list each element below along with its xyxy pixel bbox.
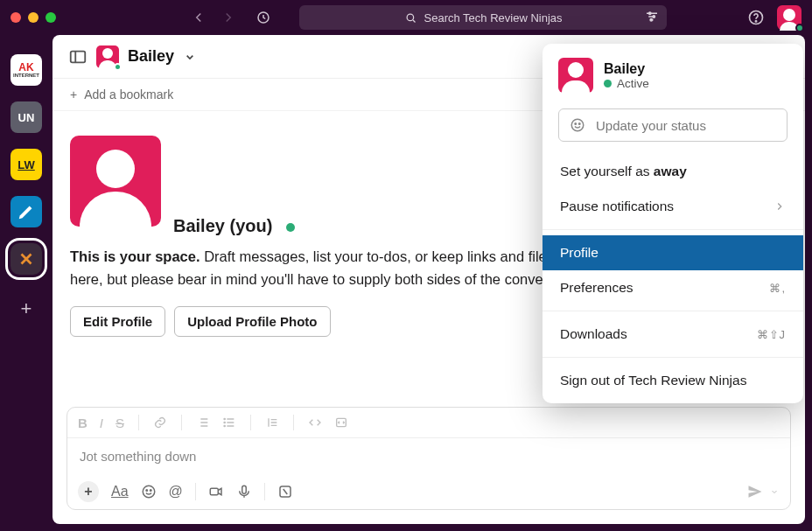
edit-profile-button[interactable]: Edit Profile (70, 306, 165, 337)
format-toolbar: B I S (67, 408, 790, 438)
format-toggle-icon[interactable]: Aa (111, 484, 129, 500)
svg-rect-7 (71, 51, 86, 62)
user-menu-presence: Active (604, 77, 649, 90)
svg-point-8 (224, 418, 225, 419)
svg-point-12 (143, 486, 155, 498)
upload-photo-button[interactable]: Upload Profile Photo (174, 306, 330, 337)
workspace-tile-active[interactable] (10, 243, 42, 275)
nav-forward-icon[interactable] (220, 10, 236, 25)
preferences-shortcut: ⌘, (769, 282, 786, 295)
presence-dot-icon (795, 24, 804, 32)
workspace-rail: AKINTERNET UN LW + (0, 35, 52, 531)
downloads-shortcut: ⌘⇧J (757, 328, 787, 341)
svg-point-19 (575, 123, 577, 125)
svg-rect-15 (210, 488, 218, 495)
user-avatar-button[interactable] (777, 5, 802, 30)
titlebar: Search Tech Review Ninjas (0, 0, 812, 35)
svg-point-20 (579, 123, 581, 125)
user-menu: Bailey Active Update your status Set you… (542, 44, 803, 403)
svg-point-4 (650, 19, 652, 21)
chevron-down-icon[interactable] (183, 50, 197, 64)
attach-button[interactable]: + (78, 481, 99, 502)
workspace-tile-un[interactable]: UN (10, 101, 42, 133)
global-search[interactable]: Search Tech Review Ninjas (299, 5, 667, 30)
status-input[interactable]: Update your status (558, 108, 788, 142)
strike-icon[interactable]: S (116, 416, 124, 430)
mention-icon[interactable]: @ (169, 484, 183, 500)
minimize-window[interactable] (28, 12, 38, 23)
workspace-tile-lw[interactable]: LW (10, 149, 42, 180)
bookmark-label: Add a bookmark (84, 87, 173, 101)
mic-icon[interactable] (236, 484, 252, 500)
bold-icon[interactable]: B (78, 416, 88, 430)
set-away-item[interactable]: Set yourself as away (542, 154, 803, 189)
svg-point-13 (146, 490, 148, 492)
svg-point-18 (571, 119, 584, 131)
add-workspace-button[interactable]: + (21, 297, 32, 320)
profile-item[interactable]: Profile (542, 235, 803, 270)
send-options-icon[interactable] (769, 486, 780, 497)
send-icon[interactable] (746, 483, 764, 500)
workspace-tile-pen[interactable] (10, 196, 42, 227)
search-icon (404, 11, 417, 24)
svg-point-1 (407, 14, 414, 21)
preferences-item[interactable]: Preferences ⌘, (542, 270, 803, 305)
emoji-icon (570, 117, 585, 133)
italic-icon[interactable]: I (100, 416, 103, 430)
svg-point-9 (224, 422, 225, 423)
link-icon[interactable] (153, 416, 167, 430)
toggle-sidebar-icon[interactable] (68, 47, 88, 66)
svg-point-3 (653, 16, 654, 17)
svg-point-10 (224, 425, 225, 426)
window-controls (10, 12, 56, 23)
bullet-list-icon[interactable] (222, 416, 236, 430)
ordered-list-icon[interactable] (196, 416, 210, 430)
sign-out-item[interactable]: Sign out of Tech Review Ninjas (542, 363, 803, 398)
workspace-tile-ak[interactable]: AKINTERNET (10, 54, 42, 86)
maximize-window[interactable] (46, 12, 56, 23)
profile-avatar (70, 136, 161, 227)
nav-back-icon[interactable] (191, 10, 206, 25)
help-icon[interactable] (747, 9, 765, 26)
search-placeholder: Search Tech Review Ninjas (424, 11, 563, 24)
user-menu-avatar (558, 58, 593, 93)
code-icon[interactable] (308, 416, 322, 430)
close-window[interactable] (10, 12, 21, 23)
video-icon[interactable] (208, 484, 224, 500)
search-filter-icon[interactable] (644, 9, 660, 24)
channel-avatar (96, 45, 119, 68)
shortcut-icon[interactable] (277, 484, 293, 500)
emoji-icon[interactable] (141, 484, 157, 500)
svg-point-2 (649, 12, 651, 14)
blockquote-icon[interactable] (265, 416, 279, 430)
svg-point-14 (150, 490, 151, 492)
downloads-item[interactable]: Downloads ⌘⇧J (542, 317, 803, 352)
pause-notifications-item[interactable]: Pause notifications (542, 189, 803, 224)
user-menu-name: Bailey (604, 61, 649, 77)
status-placeholder: Update your status (596, 118, 706, 133)
profile-display-name: Bailey (you) (173, 216, 272, 235)
svg-point-6 (755, 21, 756, 22)
plus-icon: + (70, 87, 77, 101)
svg-rect-16 (242, 486, 247, 493)
presence-dot-icon (286, 223, 295, 232)
composer-input[interactable]: Jot something down (67, 438, 790, 474)
codeblock-icon[interactable] (334, 416, 348, 430)
history-icon[interactable] (256, 10, 271, 25)
chevron-right-icon (774, 200, 786, 213)
message-composer: B I S Jot something down + Aa @ (66, 407, 791, 510)
channel-name[interactable]: Bailey (128, 47, 174, 66)
